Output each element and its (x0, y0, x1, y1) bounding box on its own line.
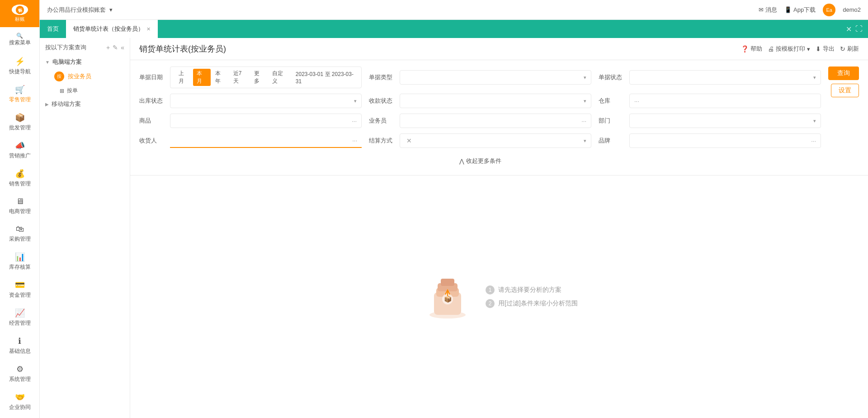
right-panel: 销货单统计表(按业务员) ❓ 帮助 🖨 按模板打印 ▾ ⬇ 导出 (130, 38, 868, 418)
scheme-group-mobile: ▶ 移动端方案 (40, 97, 130, 111)
filter-item-order-status: 单据状态 ▾ (599, 66, 821, 88)
panel-header: 按以下方案查询 + ✎ « (40, 43, 130, 55)
help-btn[interactable]: ❓ 帮助 (741, 45, 762, 53)
payment-status-control[interactable]: ▾ (400, 94, 591, 108)
sidebar-item-label: 基础信息 (9, 347, 31, 355)
date-filter-control[interactable]: 上月 本月 本年 近7天 更多 自定义 2023-03-01 至 2023-03… (170, 66, 362, 88)
filter-item-warehouse: 仓库 ··· (599, 94, 821, 108)
sidebar-item-enterprise[interactable]: 🤝 企业协同 (0, 388, 39, 416)
out-status-control[interactable]: ▾ (170, 94, 362, 108)
sidebar-item-system[interactable]: ⚙ 系统管理 (0, 360, 39, 388)
refresh-icon: ↻ (840, 45, 845, 52)
sidebar-item-ecommerce[interactable]: 🖥 电商管理 (0, 192, 39, 220)
tip-text-2: 用[过滤]条件来缩小分析范围 (498, 299, 578, 308)
topbar-dropdown-icon[interactable]: ▾ (109, 6, 113, 13)
tab-close-icon[interactable]: ✕ (146, 26, 151, 32)
tab-sales-stats[interactable]: 销货单统计表（按业务员） ✕ (66, 20, 158, 38)
message-btn[interactable]: ✉ 消息 (759, 6, 777, 14)
scheme-sub-item-by-order[interactable]: ⊞ 按单 (43, 84, 126, 97)
chevron-right-icon: ▶ (45, 102, 49, 107)
sidebar-nav: 🔍 搜索菜单 ⚡ 快捷导航 🛒 零售管理 📦 批发管理 📣 营销推广 💰 销售管… (0, 27, 39, 418)
goods-dots: ··· (352, 118, 357, 124)
order-type-control[interactable]: ▾ (400, 70, 591, 85)
date-tab-this-year[interactable]: 本年 (212, 69, 229, 86)
salesperson-control[interactable]: ··· (400, 114, 591, 128)
tab-maximize-icon[interactable]: ⛶ (855, 25, 863, 33)
consignee-control[interactable]: ··· (170, 133, 362, 148)
export-btn[interactable]: ⬇ 导出 (816, 45, 835, 53)
date-tab-this-month[interactable]: 本月 (193, 69, 210, 86)
warehouse-control[interactable]: ··· (629, 94, 821, 108)
sidebar-item-newbie[interactable]: 🎓 新手引导 (0, 416, 39, 418)
filter-item-date: 单据日期 上月 本月 本年 近7天 更多 自定义 (139, 66, 362, 88)
payment-status-label: 收款状态 (369, 97, 396, 105)
sidebar-item-basic[interactable]: ℹ 基础信息 (0, 332, 39, 360)
sidebar-item-wholesale[interactable]: 📦 批发管理 (0, 108, 39, 136)
order-status-control[interactable]: ▾ (629, 70, 821, 85)
mobile-group-title[interactable]: ▶ 移动端方案 (43, 97, 126, 111)
consignee-dots: ··· (352, 137, 357, 144)
print-icon: 🖨 (768, 45, 774, 52)
svg-text:📦: 📦 (444, 295, 452, 303)
sidebar-item-marketing[interactable]: 📣 营销推广 (0, 136, 39, 164)
tip-text-1: 请先选择要分析的方案 (498, 286, 561, 294)
order-status-label: 单据状态 (599, 73, 626, 81)
setting-btn[interactable]: 设置 (831, 84, 859, 97)
print-dropdown-icon[interactable]: ▾ (807, 46, 810, 52)
app-download-btn[interactable]: 📱 App下载 (784, 6, 816, 14)
refresh-btn[interactable]: ↻ 刷新 (840, 45, 859, 53)
sidebar-item-sales[interactable]: 💰 销售管理 (0, 164, 39, 192)
collapse-btn[interactable]: ⋀ 收起更多条件 (459, 157, 501, 165)
sidebar-item-retail[interactable]: 🛒 零售管理 (0, 80, 39, 108)
date-tab-last-7-days[interactable]: 近7天 (230, 69, 250, 86)
settle-control[interactable]: ✕ ▾ (400, 133, 591, 148)
dept-control[interactable]: ▾ (629, 114, 821, 128)
scheme-group-name: 电脑端方案 (52, 58, 82, 66)
wholesale-icon: 📦 (15, 113, 25, 123)
scheme-item-by-salesperson[interactable]: 按 按业务员 (43, 69, 126, 84)
operations-icon: 📈 (15, 308, 25, 318)
sidebar-item-finance[interactable]: 💳 资金管理 (0, 276, 39, 304)
filter-item-order-type: 单据类型 ▾ (369, 66, 591, 88)
collapse-panel-icon[interactable]: « (121, 44, 124, 51)
sidebar-item-label: 企业协同 (9, 404, 31, 411)
brand-label: 品牌 (599, 137, 626, 145)
home-tab-label: 首页 (47, 25, 59, 33)
page-actions: ❓ 帮助 🖨 按模板打印 ▾ ⬇ 导出 ↻ 刷新 (741, 45, 859, 58)
sidebar-item-purchase[interactable]: 🛍 采购管理 (0, 220, 39, 247)
brand-dots: ··· (811, 138, 816, 144)
add-scheme-icon[interactable]: + (106, 44, 110, 51)
tabbar: 首页 销货单统计表（按业务员） ✕ ✕ ⛶ (40, 20, 868, 38)
order-type-label: 单据类型 (369, 73, 396, 81)
sub-item-label: 按单 (67, 87, 78, 95)
tip-num-2: 2 (486, 299, 495, 308)
sidebar-item-quicknav[interactable]: ⚡ 快捷导航 (0, 52, 39, 80)
filter-item-goods: 商品 ··· (139, 114, 362, 128)
print-btn[interactable]: 🖨 按模板打印 ▾ (768, 45, 810, 53)
user-avatar[interactable]: Ea (823, 4, 835, 16)
edit-scheme-icon[interactable]: ✎ (113, 44, 118, 51)
full-filter-row: 单据日期 上月 本月 本年 近7天 更多 自定义 (139, 66, 859, 169)
goods-label: 商品 (139, 117, 166, 125)
tab-home[interactable]: 首页 (40, 20, 66, 38)
date-tab-last-month[interactable]: 上月 (175, 69, 192, 86)
collapse-row: ⋀ 收起更多条件 (139, 153, 821, 169)
date-tab-more[interactable]: 更多 (250, 69, 268, 86)
empty-tip-2: 2 用[过滤]条件来缩小分析范围 (486, 299, 578, 308)
settle-clear-btn[interactable]: ✕ (405, 137, 414, 144)
query-btn[interactable]: 查询 (828, 66, 859, 80)
main-content: 📦 1 请先选择要分析的方案 2 用[过滤]条件 (130, 176, 868, 418)
tab-right-actions: ✕ ⛶ (846, 25, 868, 33)
ecommerce-icon: 🖥 (16, 197, 24, 206)
goods-control[interactable]: ··· (170, 114, 362, 128)
tab-close-window-icon[interactable]: ✕ (846, 25, 852, 33)
date-tab-custom[interactable]: 自定义 (269, 69, 291, 86)
brand-control[interactable]: ··· (629, 133, 821, 148)
sidebar-item-operations[interactable]: 📈 经营管理 (0, 304, 39, 332)
filter-item-settle: 结算方式 ✕ ▾ (369, 133, 591, 148)
sidebar-search-item[interactable]: 🔍 搜索菜单 (0, 27, 39, 52)
filter-item-dept: 部门 ▾ (599, 114, 821, 128)
scheme-group-desktop-title[interactable]: ▼ 电脑端方案 (43, 55, 126, 69)
logo-icon: 畅 (12, 5, 28, 15)
sidebar-item-inventory[interactable]: 📊 库存核算 (0, 247, 39, 276)
